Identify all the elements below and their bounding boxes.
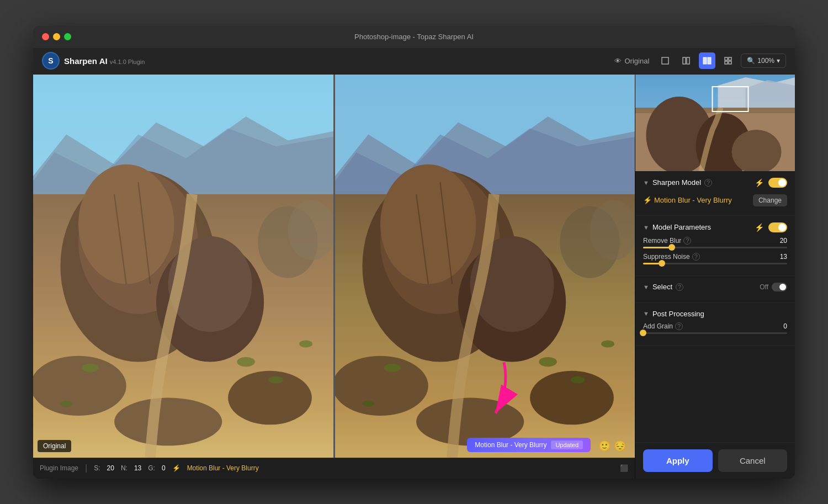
right-sidebar: ▼ Sharpen Model ? ⚡ ⚡ Motion Blur - Very bbox=[635, 75, 795, 479]
app-name: Sharpen AI v4.1.0 Plugin bbox=[64, 56, 145, 66]
change-model-button[interactable]: Change bbox=[753, 194, 787, 206]
status-icon: ⬛ bbox=[620, 464, 628, 472]
main-content: Original Motion Blur - Very Blurry Updat… bbox=[33, 75, 795, 479]
sharpen-model-header[interactable]: ▼ Sharpen Model ? ⚡ bbox=[643, 178, 787, 188]
svg-point-18 bbox=[33, 356, 126, 415]
suppress-noise-help-icon[interactable]: ? bbox=[692, 253, 700, 261]
image-divider[interactable] bbox=[333, 75, 335, 458]
svg-rect-6 bbox=[729, 57, 731, 60]
svg-rect-8 bbox=[729, 61, 731, 64]
toolbar-right: 👁 Original 🔍 100% ▾ bbox=[611, 52, 787, 69]
add-grain-slider[interactable] bbox=[643, 332, 787, 334]
logo-icon: S bbox=[42, 52, 60, 70]
model-row: ⚡ Motion Blur - Very Blurry Change bbox=[643, 192, 787, 209]
n-value: 13 bbox=[134, 464, 141, 472]
remove-blur-slider[interactable] bbox=[643, 247, 787, 248]
logo-area: S Sharpen AI v4.1.0 Plugin bbox=[42, 52, 145, 70]
add-grain-value: 0 bbox=[774, 322, 787, 330]
svg-rect-3 bbox=[703, 57, 707, 64]
svg-point-46 bbox=[601, 340, 614, 347]
single-view-btn[interactable] bbox=[657, 52, 673, 69]
remove-blur-thumb[interactable] bbox=[668, 244, 675, 251]
off-label: Off bbox=[760, 283, 768, 291]
traffic-lights bbox=[42, 33, 71, 40]
add-grain-help-icon[interactable]: ? bbox=[675, 322, 683, 330]
post-processing-header[interactable]: ▼ Post Processing bbox=[643, 310, 787, 318]
remove-blur-help-icon[interactable]: ? bbox=[683, 237, 691, 245]
cancel-button[interactable]: Cancel bbox=[718, 449, 788, 472]
image-right-processed[interactable] bbox=[335, 75, 635, 458]
svg-point-43 bbox=[570, 376, 585, 383]
select-title: Select bbox=[652, 283, 672, 291]
svg-point-23 bbox=[82, 363, 98, 372]
status-bar: Plugin Image | S: 20 N: 13 G: 0 ⚡ Motion… bbox=[33, 458, 635, 479]
thumbs-down-button[interactable]: 😔 bbox=[614, 440, 626, 452]
version-label: v4.1.0 Plugin bbox=[110, 59, 145, 65]
sharpen-model-toggle[interactable] bbox=[768, 178, 787, 188]
section-arrow-select: ▼ bbox=[643, 284, 649, 290]
model-parameters-header[interactable]: ▼ Model Parameters ⚡ bbox=[643, 222, 787, 232]
svg-rect-7 bbox=[725, 61, 728, 64]
motion-blur-badge: Motion Blur - Very Blurry Updated bbox=[467, 438, 591, 452]
minimize-button[interactable] bbox=[53, 33, 60, 40]
g-value: 0 bbox=[162, 464, 166, 472]
thumbnail-area bbox=[635, 75, 795, 171]
image-area: Original Motion Blur - Very Blurry Updat… bbox=[33, 75, 635, 479]
section-arrow-sharpen: ▼ bbox=[643, 179, 649, 186]
svg-point-22 bbox=[269, 376, 283, 383]
side-by-side-btn[interactable] bbox=[699, 52, 715, 69]
s-label: S: bbox=[94, 464, 100, 472]
maximize-button[interactable] bbox=[64, 33, 71, 40]
model-parameters-toggle[interactable] bbox=[768, 222, 787, 232]
zoom-control[interactable]: 🔍 100% ▾ bbox=[741, 54, 786, 68]
select-toggle[interactable] bbox=[772, 283, 787, 291]
suppress-noise-param: Suppress Noise ? 13 bbox=[643, 253, 787, 264]
svg-point-39 bbox=[335, 356, 428, 415]
close-button[interactable] bbox=[42, 33, 49, 40]
model-name-label: ⚡ Motion Blur - Very Blurry bbox=[643, 196, 732, 204]
svg-point-24 bbox=[60, 400, 72, 406]
image-viewport bbox=[33, 75, 635, 458]
remove-blur-param: Remove Blur ? 20 bbox=[643, 237, 787, 248]
svg-rect-0 bbox=[662, 57, 668, 64]
suppress-noise-slider[interactable] bbox=[643, 263, 787, 264]
svg-point-42 bbox=[539, 357, 557, 366]
n-label: N: bbox=[121, 464, 128, 472]
section-arrow-params: ▼ bbox=[643, 224, 649, 231]
split-view-btn[interactable] bbox=[678, 52, 694, 69]
image-left-original[interactable] bbox=[33, 75, 333, 458]
status-model-label: Motion Blur - Very Blurry bbox=[187, 464, 259, 472]
svg-point-25 bbox=[299, 340, 312, 347]
toolbar: S Sharpen AI v4.1.0 Plugin 👁 Original bbox=[33, 48, 795, 75]
titlebar: Photoshop-image - Topaz Sharpen AI bbox=[33, 26, 795, 48]
sharpen-model-help-icon[interactable]: ? bbox=[704, 179, 712, 187]
svg-point-15 bbox=[78, 164, 174, 284]
post-processing-section: ▼ Post Processing Add Grain ? 0 bbox=[635, 303, 795, 346]
model-lightning-icon: ⚡ bbox=[643, 196, 652, 204]
chevron-down-icon: ▾ bbox=[777, 57, 780, 65]
sharpen-model-section: ▼ Sharpen Model ? ⚡ ⚡ Motion Blur - Very bbox=[635, 171, 795, 216]
main-window: Photoshop-image - Topaz Sharpen AI S Sha… bbox=[33, 26, 795, 479]
eye-icon: 👁 bbox=[614, 57, 622, 65]
svg-point-44 bbox=[384, 363, 400, 372]
select-help-icon[interactable]: ? bbox=[676, 283, 683, 291]
suppress-noise-thumb[interactable] bbox=[659, 260, 665, 267]
select-section: ▼ Select ? Off bbox=[635, 276, 795, 303]
sidebar-footer: Apply Cancel bbox=[635, 442, 795, 479]
suppress-noise-label: Suppress Noise ? bbox=[643, 253, 700, 261]
svg-rect-2 bbox=[687, 57, 689, 64]
apply-button[interactable]: Apply bbox=[643, 449, 713, 472]
magnify-icon: 🔍 bbox=[747, 57, 755, 65]
original-toggle-btn[interactable]: 👁 Original bbox=[611, 54, 653, 68]
add-grain-thumb[interactable] bbox=[640, 330, 646, 336]
g-label: G: bbox=[148, 464, 155, 472]
grid-view-btn[interactable] bbox=[720, 52, 736, 69]
sidebar-sections: ▼ Sharpen Model ? ⚡ ⚡ Motion Blur - Very bbox=[635, 171, 795, 442]
svg-point-20 bbox=[114, 397, 222, 445]
select-header[interactable]: ▼ Select ? Off bbox=[643, 283, 787, 291]
thumbs-up-button[interactable]: 🙂 bbox=[598, 440, 611, 452]
plugin-image-label: Plugin Image bbox=[40, 464, 78, 472]
model-parameters-section: ▼ Model Parameters ⚡ Remove Blur bbox=[635, 216, 795, 276]
remove-blur-label: Remove Blur ? bbox=[643, 237, 691, 245]
svg-rect-5 bbox=[725, 57, 728, 60]
